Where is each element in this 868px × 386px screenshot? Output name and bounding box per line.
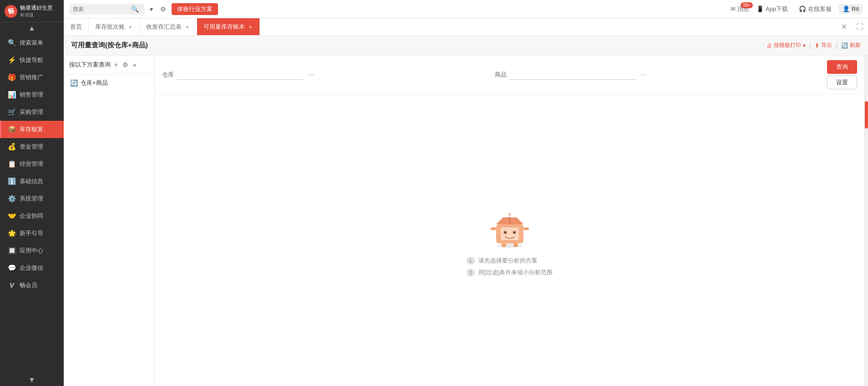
wechat-icon: 💬 <box>8 264 16 272</box>
svg-text:?: ? <box>508 212 511 219</box>
sidebar-item-search[interactable]: 🔍 搜索菜单 <box>0 34 64 51</box>
enterprise-icon: 🤝 <box>8 212 16 220</box>
window-controls: ✕ ⛶ <box>837 18 868 35</box>
user-avatar: 👤 <box>843 5 850 12</box>
marketing-icon: 🎁 <box>8 73 16 82</box>
refresh-btn[interactable]: 🔄 刷新 <box>841 41 861 49</box>
export-btn[interactable]: ⬆ 导出 <box>815 41 832 49</box>
tab-batch-ledger[interactable]: 库存批次账 × <box>89 18 140 35</box>
search-icon: 🔍 <box>8 39 16 47</box>
svg-point-0 <box>497 243 523 248</box>
online-service-btn[interactable]: 🎧 在线客服 <box>795 5 835 13</box>
sidebar-item-inventory[interactable]: 📦 库存核算 <box>0 121 64 138</box>
empty-hint-1: 1 请先选择要分析的方案 <box>467 257 553 265</box>
search-icon-btn[interactable]: 🔍 <box>129 5 141 14</box>
goods-label: 商品 <box>495 71 507 79</box>
search-input[interactable] <box>73 6 127 12</box>
svg-rect-11 <box>513 243 518 247</box>
right-panel: 仓库 ··· 商品 ··· 查询 设置 <box>155 56 864 386</box>
sidebar-item-guide[interactable]: 🌟 新手引导 <box>0 225 64 242</box>
sales-icon: 📊 <box>8 91 16 99</box>
sidebar: 畅 畅康通好生意 标准版 ▲ 🔍 搜索菜单 ⚡ 快捷导航 🎁 营销推广 📊 销售… <box>0 0 64 386</box>
sidebar-item-marketing[interactable]: 🎁 营销推广 <box>0 69 64 86</box>
warehouse-input[interactable] <box>177 70 304 80</box>
sidebar-item-basic-info[interactable]: ℹ️ 基础信息 <box>0 173 64 190</box>
goods-more-btn[interactable]: ··· <box>640 70 647 80</box>
dropdown-btn[interactable]: ▾ <box>148 5 155 14</box>
system-icon: ⚙️ <box>8 195 16 203</box>
message-btn[interactable]: ✉ 消息 99+ <box>731 5 749 13</box>
goods-input[interactable] <box>509 70 637 80</box>
right-scrollbar[interactable] <box>864 56 868 386</box>
user-profile-btn[interactable]: 👤 Rit <box>839 4 863 14</box>
headset-icon: 🎧 <box>799 5 806 12</box>
tab-close-available-ledger[interactable]: × <box>248 24 253 30</box>
sidebar-menu: 🔍 搜索菜单 ⚡ 快捷导航 🎁 营销推广 📊 销售管理 🛒 采购管理 📦 库存核… <box>0 34 64 374</box>
app-icon: 畅 <box>5 5 17 18</box>
filter-settings-btn[interactable]: 设置 <box>827 76 857 89</box>
tab-close-batch-ledger[interactable]: × <box>127 24 133 30</box>
mobile-icon: 📱 <box>756 5 764 12</box>
svg-rect-9 <box>523 227 529 230</box>
print-dropdown-icon: ▾ <box>803 42 806 49</box>
empty-hint-2: 2 用[过滤]条件来缩小分析范围 <box>467 268 553 277</box>
goods-filter-group: 商品 ··· <box>495 70 822 80</box>
scheme-panel-header: 按以下方案查询 + ⚙ « <box>64 56 154 74</box>
svg-rect-10 <box>502 243 506 247</box>
export-icon: ⬆ <box>815 42 819 49</box>
filter-bar: 仓库 ··· 商品 ··· 查询 设置 <box>155 56 864 94</box>
app-center-icon: 🔲 <box>8 247 16 255</box>
collapse-panel-btn[interactable]: « <box>132 60 137 69</box>
warehouse-more-btn[interactable]: ··· <box>307 70 315 80</box>
settings-gear-btn[interactable]: ⚙ <box>158 5 168 14</box>
sidebar-item-quick-nav[interactable]: ⚡ 快捷导航 <box>0 51 64 69</box>
empty-state: ? 1 请先选择要分析的方案 2 用[过滤]条件来缩小分析范围 <box>155 94 864 386</box>
expand-tab-btn[interactable]: ⛶ <box>852 18 868 35</box>
page-header: 可用量查询(按仓库+商品) 🖨 按模板打印 ▾ | ⬆ 导出 | 🔄 刷新 <box>64 36 868 56</box>
message-badge: 99+ <box>741 2 753 8</box>
guide-icon: 🌟 <box>8 229 16 237</box>
scheme-item-warehouse-goods[interactable]: 🔄 仓库+商品 <box>64 74 154 92</box>
sidebar-item-finance[interactable]: 💰 资金管理 <box>0 138 64 155</box>
basic-info-icon: ℹ️ <box>8 177 16 185</box>
sidebar-item-purchase[interactable]: 🛒 采购管理 <box>0 103 64 121</box>
main-area: 🔍 ▾ ⚙ 体验行业方案 ✉ 消息 99+ 📱 App下载 🎧 在线客服 👤 R… <box>64 0 868 386</box>
app-download-btn[interactable]: 📱 App下载 <box>753 5 792 13</box>
sidebar-item-sales[interactable]: 📊 销售管理 <box>0 86 64 103</box>
page-title: 可用量查询(按仓库+商品) <box>71 41 766 50</box>
sidebar-item-enterprise[interactable]: 🤝 企业协同 <box>0 207 64 225</box>
sidebar-item-operations[interactable]: 📋 经营管理 <box>0 155 64 173</box>
scheme-item-icon: 🔄 <box>70 79 78 87</box>
quick-nav-icon: ⚡ <box>8 56 16 64</box>
refresh-icon: 🔄 <box>841 42 848 49</box>
scrollbar-thumb <box>865 101 868 129</box>
sidebar-scroll-up[interactable]: ▲ <box>0 22 64 34</box>
print-btn[interactable]: 🖨 按模板打印 ▾ <box>766 41 806 49</box>
scheme-panel-label: 按以下方案查询 <box>69 61 111 69</box>
add-scheme-btn[interactable]: + <box>113 60 119 69</box>
empty-illustration: ? <box>487 204 533 249</box>
empty-hints: 1 请先选择要分析的方案 2 用[过滤]条件来缩小分析范围 <box>467 257 553 277</box>
close-tab-btn[interactable]: ✕ <box>837 18 852 35</box>
top-header: 🔍 ▾ ⚙ 体验行业方案 ✉ 消息 99+ 📱 App下载 🎧 在线客服 👤 R… <box>64 0 868 18</box>
sidebar-item-app-center[interactable]: 🔲 应用中心 <box>0 242 64 259</box>
app-version: 标准版 <box>20 12 53 18</box>
tab-close-stock-summary[interactable]: × <box>184 24 190 30</box>
query-btn[interactable]: 查询 <box>827 60 857 74</box>
warehouse-filter-group: 仓库 ··· <box>162 70 489 80</box>
trial-btn[interactable]: 体验行业方案 <box>172 3 218 15</box>
tab-stock-summary[interactable]: 收发存汇总表 × <box>140 18 197 35</box>
message-icon: ✉ <box>731 5 736 12</box>
tab-available-ledger[interactable]: 可用量库存账本 × <box>197 18 260 35</box>
sidebar-item-system[interactable]: ⚙️ 系统管理 <box>0 190 64 207</box>
sidebar-scroll-down[interactable]: ▼ <box>0 374 64 386</box>
page-actions: 🖨 按模板打印 ▾ | ⬆ 导出 | 🔄 刷新 <box>766 41 861 50</box>
sidebar-item-wechat[interactable]: 💬 企业微信 <box>0 259 64 277</box>
svg-point-6 <box>504 232 506 233</box>
sidebar-item-member[interactable]: V 畅会员 <box>0 277 64 294</box>
tab-bar: 首页 库存批次账 × 收发存汇总表 × 可用量库存账本 × ✕ ⛶ <box>64 18 868 36</box>
search-group: 🔍 <box>69 4 144 15</box>
tab-home[interactable]: 首页 <box>64 18 89 35</box>
scheme-settings-btn[interactable]: ⚙ <box>122 60 129 69</box>
sidebar-logo: 畅 畅康通好生意 标准版 <box>0 0 64 22</box>
